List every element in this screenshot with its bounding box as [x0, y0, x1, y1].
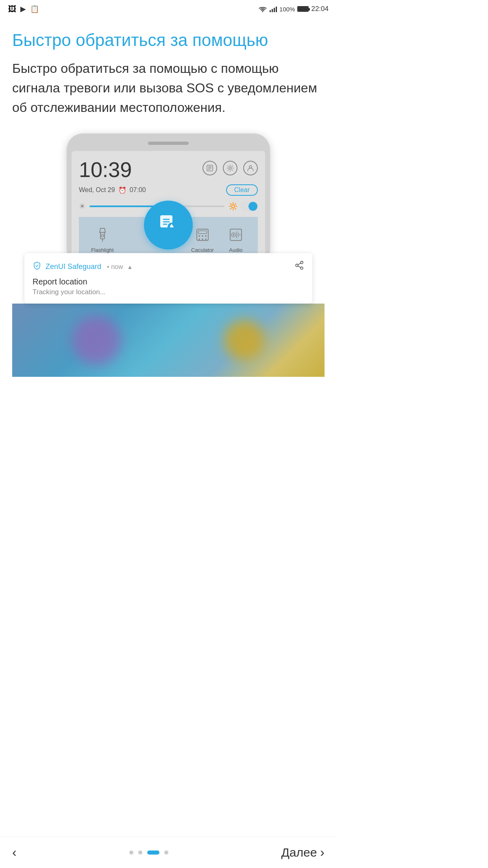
- phone-screen: 10:39: [72, 151, 265, 265]
- svg-point-0: [262, 11, 264, 12]
- svg-point-8: [101, 234, 104, 237]
- notes-icon-circle: [203, 161, 217, 175]
- notif-app-name: ZenUI Safeguard: [46, 262, 101, 271]
- main-content: Быстро обратиться за помощью Быстро обра…: [0, 18, 337, 377]
- svg-point-14: [205, 235, 207, 237]
- page-description: Быстро обратиться за помощью с помощью с…: [12, 59, 325, 117]
- safeguard-notif-icon: [33, 261, 41, 273]
- calculator-shortcut[interactable]: Caculator: [191, 225, 214, 253]
- notif-share-button[interactable]: [294, 260, 304, 273]
- auto-brightness-toggle[interactable]: [240, 201, 258, 211]
- audio-icon: [226, 225, 246, 245]
- battery-icon: [297, 6, 309, 12]
- notification-header: ZenUI Safeguard • now ▲: [33, 260, 304, 273]
- notification-card: ZenUI Safeguard • now ▲ Report location …: [24, 253, 312, 304]
- svg-point-33: [301, 267, 303, 269]
- svg-point-15: [198, 238, 200, 240]
- svg-point-17: [205, 238, 207, 240]
- calculator-label: Caculator: [191, 247, 214, 253]
- notif-time: • now: [107, 263, 123, 271]
- sun-dim-icon: ☀: [79, 202, 85, 211]
- lock-icons: [203, 161, 258, 175]
- flashlight-label: Flashlight: [91, 247, 114, 253]
- svg-point-12: [198, 235, 200, 237]
- svg-point-28: [171, 224, 172, 225]
- svg-point-20: [233, 234, 234, 236]
- lock-date-row: Wed, Oct 29 ⏰ 07:00 Clear: [79, 184, 258, 196]
- svg-point-13: [202, 235, 203, 237]
- notif-chevron-icon: ▲: [127, 264, 133, 270]
- bottom-blurred-area: [12, 304, 325, 377]
- status-bar: 🖼 ▶ 📋 100% 22:04: [0, 0, 337, 18]
- blurred-circles: [12, 304, 325, 377]
- lock-screen: 10:39: [72, 151, 265, 265]
- play-icon: ▶: [20, 4, 26, 13]
- svg-line-30: [37, 265, 38, 267]
- image-icon: 🖼: [8, 4, 16, 14]
- flashlight-icon: [93, 225, 112, 245]
- sun-auto-icon: 🔆: [229, 202, 237, 211]
- blur-circle-yellow: [224, 320, 265, 361]
- phone-speaker: [148, 142, 189, 145]
- notif-subtitle: Tracking your location...: [33, 288, 304, 296]
- status-right-icons: 100% 22:04: [258, 5, 329, 13]
- lock-date: Wed, Oct 29 ⏰ 07:00: [79, 186, 146, 194]
- wifi-icon: [258, 6, 267, 12]
- status-left-icons: 🖼 ▶ 📋: [8, 4, 39, 14]
- lock-time: 10:39: [79, 159, 132, 180]
- sd-icon: 📋: [30, 4, 39, 13]
- svg-line-35: [298, 263, 301, 265]
- svg-point-32: [296, 264, 298, 267]
- clear-button[interactable]: Clear: [226, 184, 258, 196]
- phone-mockup: 10:39: [67, 133, 270, 265]
- signal-icon: [270, 6, 277, 12]
- user-icon-circle: [243, 161, 258, 175]
- safeguard-icon: [156, 210, 181, 240]
- svg-point-16: [202, 238, 203, 240]
- settings-icon-circle: [223, 161, 237, 175]
- calculator-icon: [193, 225, 212, 245]
- svg-point-31: [301, 261, 303, 264]
- blur-circle-purple: [72, 316, 121, 365]
- svg-point-6: [249, 166, 252, 168]
- battery-percent: 100%: [279, 6, 295, 13]
- svg-rect-11: [198, 231, 207, 234]
- flashlight-shortcut[interactable]: Flashlight: [91, 225, 114, 253]
- svg-line-34: [298, 266, 301, 268]
- lock-screen-header: 10:39: [79, 159, 258, 180]
- auto-brightness: 🔆: [229, 201, 258, 211]
- status-time: 22:04: [311, 5, 329, 13]
- center-fab[interactable]: [144, 201, 193, 249]
- svg-point-5: [229, 167, 231, 169]
- phone-mockup-wrapper: 10:39: [12, 133, 325, 265]
- notif-title: Report location: [33, 277, 304, 286]
- page-title: Быстро обратиться за помощью: [12, 30, 325, 50]
